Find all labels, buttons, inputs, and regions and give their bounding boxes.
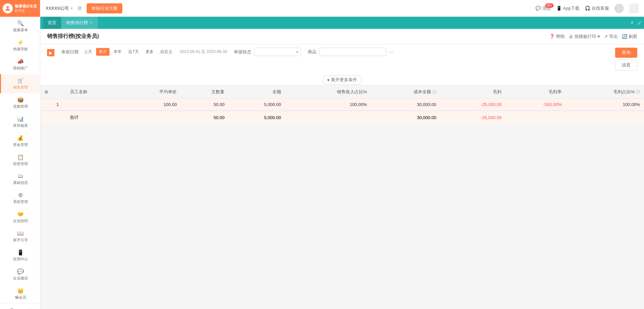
sidebar-item-label: 系统管理 — [13, 199, 28, 204]
user-name[interactable] — [629, 4, 639, 13]
user-avatar[interactable] — [614, 4, 624, 13]
filter-controls: 单据日期 上月 本月 本年 近7天 更多 自定义 2023-06-01 至 20… — [61, 48, 608, 56]
row-gross-rate: -500.00% — [506, 99, 566, 111]
page-header: 销售排行榜(按业务员) ❓ 帮助 🖨 按模板打印 ▾ ↗ 导出 🔄 刷新 — [40, 29, 644, 44]
sidebar-item-basic[interactable]: 🗂 基础信息 — [0, 170, 40, 189]
refresh-label: 刷新 — [629, 34, 637, 40]
expand-more-row: ▾ 展开更多条件 — [40, 73, 644, 85]
online-service-btn[interactable]: 🎧 在线客服 — [585, 5, 609, 11]
col-cost: 成本全额 ⓘ — [371, 86, 440, 99]
tab-close-icon[interactable]: × — [90, 20, 92, 25]
goods-input[interactable] — [319, 48, 386, 56]
trial-button[interactable]: 体验行业方案 — [87, 3, 122, 13]
date-tab-this-month[interactable]: 本月 — [96, 48, 110, 56]
collab-icon: 🤝 — [17, 211, 24, 217]
sidebar-item-system[interactable]: ⚙ 系统管理 — [0, 189, 40, 208]
sidebar-item-label: 畅会员 — [15, 295, 26, 300]
sidebar-item-quicknav[interactable]: ⚡ 快捷导航 — [0, 36, 40, 55]
sidebar-item-sales[interactable]: 🛒 销售管理 — [0, 74, 40, 93]
query-button[interactable]: 查询 — [615, 48, 637, 58]
collapse-icon[interactable]: ◀ — [27, 307, 31, 309]
home-tab-label: 首页 — [48, 20, 56, 26]
table-header: ⚙ 员工名称 平均单价 主数量 全额 销售收入占比% 成本全额 ⓘ 毛利 毛利率 — [40, 86, 644, 99]
purchase-icon: 📦 — [17, 97, 24, 103]
sidebar-item-marketing[interactable]: 📣 营销推广 — [0, 55, 40, 74]
sidebar-footer: ⚙ ◀ — [0, 303, 40, 309]
goods-label: 商品 — [308, 49, 316, 55]
footer-amount: 5,000.00 — [228, 111, 285, 124]
sidebar-item-guide[interactable]: 📖 新手引导 — [0, 227, 40, 246]
print-btn[interactable]: 🖨 按模板打印 ▾ — [569, 34, 600, 40]
company-name: XXXXX公司 — [46, 5, 69, 11]
col-settings[interactable]: ⚙ — [40, 86, 52, 99]
settings-button[interactable]: 设置 — [615, 60, 637, 70]
date-tab-7days[interactable]: 近7天 — [126, 48, 141, 56]
print-dropdown-icon: ▾ — [598, 34, 600, 39]
sidebar-item-wechat[interactable]: 💬 企业微信 — [0, 265, 40, 284]
svg-point-0 — [7, 6, 9, 8]
cost-help-icon[interactable]: ⓘ — [432, 90, 436, 94]
filter-toggle[interactable]: ▶ — [47, 49, 54, 56]
close-window-icon[interactable]: × — [631, 20, 634, 26]
status-select[interactable] — [254, 48, 301, 56]
refresh-btn[interactable]: 🔄 刷新 — [622, 34, 637, 40]
download-icon: 📱 — [556, 6, 562, 11]
help-btn[interactable]: ❓ 帮助 — [549, 34, 565, 40]
page-title: 销售排行榜(按业务员) — [47, 33, 99, 44]
sidebar-item-label: 基础信息 — [13, 180, 28, 185]
main-area: XXXXX公司 ▾ ⚙ 体验行业方案 💬 消息 99+ 📱 App下载 🎧 在线… — [40, 0, 644, 309]
app-logo: 畅康通好生意 标准版 — [0, 0, 40, 17]
sidebar-item-member[interactable]: 👑 畅会员 — [0, 284, 40, 303]
date-range-display: 2023-06-01 至 2023-06-30 — [180, 49, 227, 55]
col-rank — [52, 86, 66, 99]
app-download-btn[interactable]: 📱 App下载 — [556, 5, 579, 11]
message-btn[interactable]: 💬 消息 99+ — [535, 5, 551, 11]
expand-icon: ▾ — [327, 78, 330, 83]
tab-sales-rank[interactable]: 销售排行榜 × — [61, 17, 97, 29]
company-selector[interactable]: XXXXX公司 ▾ — [46, 5, 73, 11]
status-filter: 单据状态 — [234, 48, 301, 56]
status-select-wrap — [254, 48, 301, 56]
date-tab-this-year[interactable]: 本年 — [111, 48, 124, 56]
topbar-settings-icon[interactable]: ⚙ — [77, 5, 82, 11]
sidebar-item-inventory[interactable]: 📊 库存核算 — [0, 112, 40, 132]
logo-icon — [3, 3, 13, 13]
goods-more-icon[interactable]: ··· — [389, 49, 394, 55]
expand-more-btn[interactable]: ▾ 展开更多条件 — [323, 75, 361, 85]
tab-home[interactable]: 首页 — [43, 17, 61, 29]
gross-pct-help-icon[interactable]: ⓘ — [636, 90, 640, 94]
help-label: 帮助 — [556, 34, 565, 40]
help-icon: ❓ — [549, 34, 555, 39]
footer-settings — [40, 111, 52, 124]
goods-filter: 商品 ··· — [308, 48, 394, 56]
date-tab-last-month[interactable]: 上月 — [81, 48, 95, 56]
settings-gear-icon[interactable]: ⚙ — [9, 307, 14, 309]
date-label: 单据日期 — [61, 49, 79, 55]
export-btn[interactable]: ↗ 导出 — [604, 34, 618, 40]
sidebar-item-purchase[interactable]: 📦 采购管理 — [0, 93, 40, 112]
sidebar-item-ops[interactable]: 📋 经营管理 — [0, 151, 40, 170]
date-tab-more[interactable]: 更多 — [143, 48, 156, 56]
sidebar-item-label: 搜索菜单 — [13, 28, 28, 33]
row-avg-price: 100.00 — [123, 99, 181, 111]
date-tab-custom[interactable]: 自定义 — [158, 48, 175, 56]
sidebar-item-collab[interactable]: 🤝 企业协同 — [0, 208, 40, 227]
footer-qty: 50.00 — [181, 111, 228, 124]
sidebar-item-label: 企业微信 — [13, 276, 28, 281]
footer-gross-rate — [506, 111, 566, 124]
data-table: ⚙ 员工名称 平均单价 主数量 全额 销售收入占比% 成本全额 ⓘ 毛利 毛利率 — [40, 86, 644, 124]
sidebar-item-search[interactable]: 🔍 搜索菜单 — [0, 17, 40, 36]
filter-arrow-icon[interactable]: ▶ — [47, 49, 54, 56]
sidebar-item-label: 快捷导航 — [13, 47, 28, 52]
row-sales-pct: 100.00% — [285, 99, 371, 111]
footer-cost: 30,000.00 — [371, 111, 440, 124]
restore-window-icon[interactable]: ⤢ — [637, 20, 641, 26]
sidebar-item-finance[interactable]: 💰 资金管理 — [0, 132, 40, 151]
message-badge: 99+ — [545, 3, 554, 8]
row-name — [66, 99, 123, 111]
print-label: 按模板打印 — [574, 34, 596, 40]
system-icon: ⚙ — [18, 192, 23, 198]
wechat-icon: 💬 — [17, 268, 24, 275]
table-row: 1 100.00 50.00 5,000.00 100.00% 30,000.0… — [40, 99, 644, 111]
sidebar-item-apps[interactable]: 📱 应用中心 — [0, 246, 40, 265]
